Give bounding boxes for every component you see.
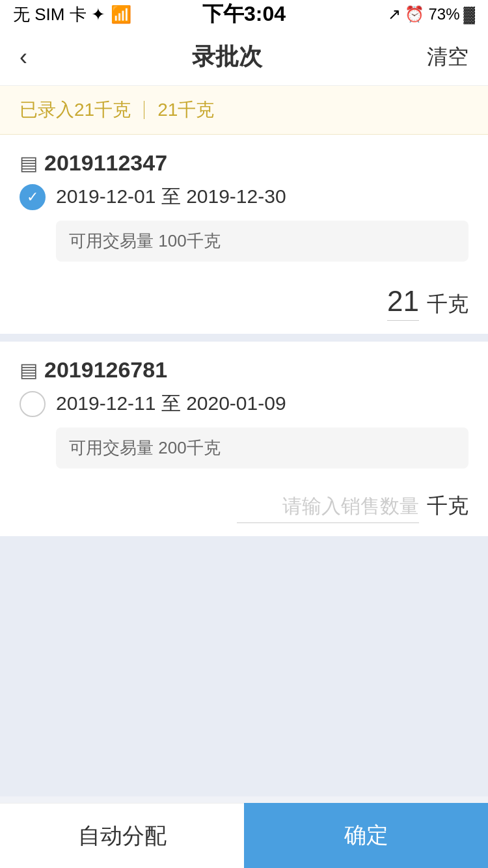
- summary-value: 21千克: [157, 98, 214, 122]
- batch1-amount-value: 21: [387, 285, 419, 318]
- batch1-date-row: ✓ 2019-12-01 至 2019-12-30: [20, 183, 468, 210]
- section-divider: [0, 334, 488, 342]
- nav-bar: ‹ 录批次 清空: [0, 29, 488, 86]
- alarm-icon: ⏰: [405, 5, 424, 23]
- status-time: 下午3:04: [202, 0, 286, 29]
- batch1-header: ▤ 2019112347: [20, 150, 468, 176]
- batch1-amount-unit: 千克: [427, 290, 468, 319]
- batch-item-2: ▤ 2019126781 2019-12-11 至 2020-01-09 可用交…: [0, 342, 488, 536]
- no-sim-text: 无 SIM 卡 ✦: [13, 3, 105, 26]
- battery-icon: ▓: [464, 5, 476, 23]
- back-button[interactable]: ‹: [20, 44, 27, 71]
- status-right: ↗ ⏰ 73% ▓: [388, 5, 475, 23]
- batch2-input-row: 请输入销售数量 千克: [0, 481, 488, 536]
- batch2-date-row: 2019-12-11 至 2020-01-09: [20, 390, 468, 417]
- batch2-radio[interactable]: [20, 391, 46, 417]
- confirm-button[interactable]: 确定: [244, 803, 488, 868]
- status-left: 无 SIM 卡 ✦ 📶: [13, 3, 131, 26]
- batch1-icon: ▤: [20, 152, 38, 174]
- batch1-radio[interactable]: ✓: [20, 184, 46, 210]
- batch-item-1: ▤ 2019112347 ✓ 2019-12-01 至 2019-12-30 可…: [0, 135, 488, 334]
- auto-distribute-button[interactable]: 自动分配: [0, 803, 244, 868]
- batch1-amount-row: 21 千克: [0, 275, 488, 334]
- bottom-bar: 自动分配 确定: [0, 803, 488, 868]
- summary-bar: 已录入21千克 21千克: [0, 86, 488, 135]
- batch2-available: 可用交易量 200千克: [56, 427, 468, 468]
- batch1-number: 2019112347: [44, 150, 167, 176]
- batch2-header: ▤ 2019126781: [20, 357, 468, 383]
- summary-divider: [144, 101, 144, 119]
- batch2-input-placeholder: 请输入销售数量: [282, 493, 419, 520]
- batch2-date: 2019-12-11 至 2020-01-09: [56, 390, 286, 417]
- battery-percent: 73%: [428, 5, 459, 23]
- batch1-available: 可用交易量 100千克: [56, 221, 468, 262]
- wifi-icon: 📶: [111, 5, 131, 25]
- gray-area: [0, 536, 488, 796]
- summary-label: 已录入21千克: [20, 98, 131, 122]
- clear-button[interactable]: 清空: [427, 43, 468, 72]
- batch2-unit: 千克: [427, 492, 468, 521]
- batch1-date: 2019-12-01 至 2019-12-30: [56, 183, 286, 210]
- batch2-icon: ▤: [20, 359, 38, 381]
- page-title: 录批次: [192, 41, 262, 73]
- status-bar: 无 SIM 卡 ✦ 📶 下午3:04 ↗ ⏰ 73% ▓: [0, 0, 488, 29]
- location-icon: ↗: [388, 5, 401, 23]
- batch2-number: 2019126781: [44, 357, 167, 383]
